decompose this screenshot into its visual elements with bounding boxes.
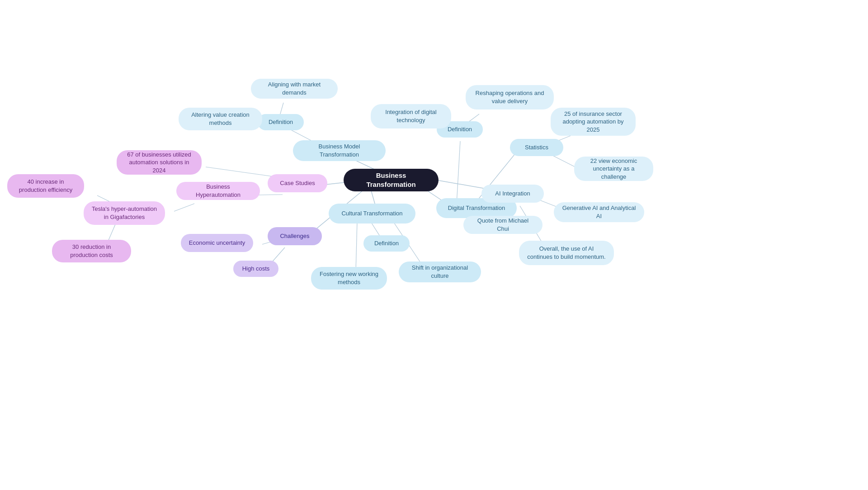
def-cultural-label: Definition xyxy=(374,239,399,247)
svg-line-10 xyxy=(174,204,194,211)
production-cost-node: 30 reduction in production costs xyxy=(52,240,131,262)
svg-line-17 xyxy=(356,222,357,271)
center-node: Business Transformation xyxy=(344,169,439,191)
svg-line-19 xyxy=(457,141,460,204)
insurance-node: 25 of insurance sector adopting automati… xyxy=(551,108,636,136)
production-eff-node: 40 increase in production efficiency xyxy=(7,174,84,198)
production-cost-label: 30 reduction in production costs xyxy=(59,243,124,259)
econ-challenge-label: Economic uncertainty xyxy=(189,239,245,247)
digital-label: Digital Transformation xyxy=(448,204,505,212)
hyper-node: Business Hyperautomation xyxy=(176,182,260,200)
business-model-node: Business Model Transformation xyxy=(293,140,386,161)
def-digital-label: Definition xyxy=(448,125,472,133)
fostering-label: Fostering new working methods xyxy=(318,270,380,286)
reshaping-node: Reshaping operations and value delivery xyxy=(466,85,554,109)
generative-ai-node: Generative AI and Analytical AI xyxy=(554,202,644,222)
ai-integration-label: AI Integration xyxy=(495,190,530,198)
def-bm-label: Definition xyxy=(269,118,293,126)
statistics-node: Statistics xyxy=(510,139,563,156)
case-studies-node: Case Studies xyxy=(268,174,327,192)
michael-chui-label: Quote from Michael Chui xyxy=(471,217,535,233)
production-eff-label: 40 increase in production efficiency xyxy=(14,178,77,194)
ai-momentum-label: Overall, the use of AI continues to buil… xyxy=(526,245,607,261)
tesla-node: Tesla's hyper-automation in Gigafactorie… xyxy=(84,201,165,225)
business-model-label: Business Model Transformation xyxy=(300,143,378,158)
generative-ai-label: Generative AI and Analytical AI xyxy=(561,204,637,220)
altering-label: Altering value creation methods xyxy=(186,111,255,127)
businesses-67-label: 67 of businesses utilized automation sol… xyxy=(124,151,194,175)
challenges-node: Challenges xyxy=(268,227,322,245)
shift-org-label: Shift in organizational culture xyxy=(406,264,474,280)
def-cultural-node: Definition xyxy=(363,235,410,252)
econ-unc-node: 22 view economic uncertainty as a challe… xyxy=(574,157,653,181)
high-costs-node: High costs xyxy=(233,261,278,277)
econ-challenge-node: Economic uncertainty xyxy=(181,234,253,252)
statistics-label: Statistics xyxy=(525,143,548,152)
michael-chui-node: Quote from Michael Chui xyxy=(463,216,542,234)
hyper-label: Business Hyperautomation xyxy=(184,183,253,199)
altering-node: Altering value creation methods xyxy=(179,108,262,130)
ai-integration-node: AI Integration xyxy=(481,185,544,203)
aligning-label: Aligning with market demands xyxy=(258,81,330,96)
high-costs-label: High costs xyxy=(242,265,270,273)
cultural-label: Cultural Transformation xyxy=(341,209,402,218)
integration-label: Integration of digital technology xyxy=(378,108,444,124)
econ-unc-label: 22 view economic uncertainty as a challe… xyxy=(581,157,646,181)
def-bm-node: Definition xyxy=(258,114,304,130)
businesses-67-node: 67 of businesses utilized automation sol… xyxy=(117,150,202,175)
case-studies-label: Case Studies xyxy=(280,179,315,187)
reshaping-label: Reshaping operations and value delivery xyxy=(473,89,547,105)
tesla-label: Tesla's hyper-automation in Gigafactorie… xyxy=(91,205,158,221)
cultural-node: Cultural Transformation xyxy=(329,204,415,224)
center-label: Business Transformation xyxy=(356,171,426,190)
challenges-label: Challenges xyxy=(280,232,309,240)
integration-node: Integration of digital technology xyxy=(371,104,451,128)
insurance-label: 25 of insurance sector adopting automati… xyxy=(558,110,628,134)
ai-momentum-node: Overall, the use of AI continues to buil… xyxy=(519,241,614,265)
shift-org-node: Shift in organizational culture xyxy=(399,262,481,282)
aligning-node: Aligning with market demands xyxy=(251,79,338,99)
fostering-node: Fostering new working methods xyxy=(311,267,387,290)
